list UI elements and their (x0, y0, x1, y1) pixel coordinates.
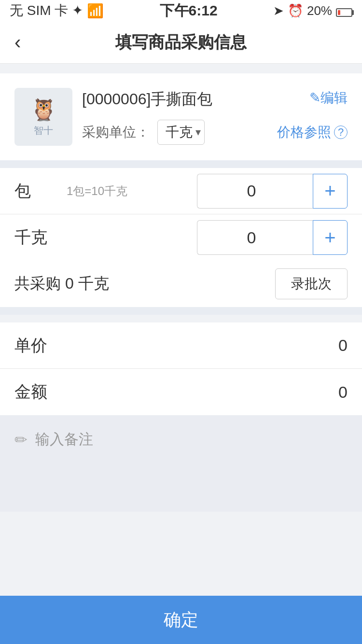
price-row-label-amount: 金额 (14, 381, 47, 403)
form-sublabel-bao: 1包=10千克 (67, 183, 127, 199)
status-left: 无 SIM 卡 ✦ 📶 (10, 1, 104, 20)
divider-2 (0, 307, 362, 315)
pencil-icon: ✏ (14, 431, 28, 449)
product-info: [0000006]手撕面包 ✎编辑 采购单位： 千克 价格参照 ? (82, 89, 348, 145)
help-icon[interactable]: ? (334, 126, 348, 139)
battery-percent: 20% (307, 3, 332, 18)
unit-select[interactable]: 千克 (157, 120, 205, 145)
notes-section[interactable]: ✏ 输入备注 (0, 415, 362, 512)
unit-label: 采购单位： (82, 123, 150, 141)
status-time: 下午6:12 (160, 1, 218, 21)
price-row-unit: 单价 0 (0, 322, 362, 369)
total-prefix: 共采购 (14, 275, 61, 292)
nav-bar: ‹ 填写商品采购信息 (0, 21, 362, 64)
status-right: ➤ ⏰ 20% (273, 3, 352, 18)
wifi-icon: 📶 (87, 3, 104, 19)
product-image: 🦉 智十 (14, 88, 72, 146)
product-logo-text: 智十 (34, 124, 53, 137)
total-amount: 0 (65, 275, 74, 292)
product-card: 🦉 智十 [0000006]手撕面包 ✎编辑 采购单位： 千克 价格参照 ? (0, 73, 362, 160)
product-unit-row: 采购单位： 千克 价格参照 ? (82, 120, 348, 145)
form-label-kg: 千克 (14, 226, 63, 249)
notes-placeholder-text: 输入备注 (35, 430, 93, 449)
form-label-bao: 包 (14, 180, 63, 202)
location-icon: ➤ (273, 3, 284, 18)
form-plus-btn-bao[interactable]: + (313, 174, 348, 209)
price-row-value-amount: 0 (338, 383, 348, 402)
price-row-amount: 金额 0 (0, 369, 362, 415)
status-bar: 无 SIM 卡 ✦ 📶 下午6:12 ➤ ⏰ 20% (0, 0, 362, 21)
notes-placeholder: ✏ 输入备注 (14, 430, 348, 449)
sim-label: 无 SIM 卡 ✦ (10, 1, 83, 20)
form-input-bao[interactable] (197, 174, 313, 209)
total-row: 共采购 0 千克 录批次 (0, 261, 362, 307)
bottom-spacer (0, 512, 362, 560)
form-plus-btn-kg[interactable]: + (313, 220, 348, 255)
price-ref-button[interactable]: 价格参照 ? (277, 123, 348, 141)
back-button[interactable]: ‹ (10, 27, 26, 58)
battery-icon (336, 3, 352, 18)
form-input-kg[interactable] (197, 220, 313, 255)
price-ref-label: 价格参照 (277, 123, 331, 141)
form-input-wrapper-kg: + (197, 220, 348, 255)
unit-select-wrapper[interactable]: 千克 (157, 120, 205, 145)
confirm-button[interactable]: 确定 (0, 596, 362, 644)
product-name: [0000006]手撕面包 (82, 89, 212, 110)
total-label: 共采购 0 千克 (14, 273, 109, 294)
alarm-icon: ⏰ (288, 3, 303, 18)
divider-1 (0, 160, 362, 168)
price-section: 单价 0 金额 0 (0, 322, 362, 415)
page-title: 填写商品采购信息 (115, 31, 247, 54)
form-section: 包 1包=10千克 + 千克 + (0, 168, 362, 261)
batch-button[interactable]: 录批次 (275, 268, 348, 299)
form-row-kg: 千克 + (0, 214, 362, 261)
total-unit: 千克 (78, 275, 109, 292)
price-row-value-unit: 0 (338, 336, 348, 355)
form-row-bao: 包 1包=10千克 + (0, 168, 362, 214)
product-logo-icon: 🦉 (30, 97, 57, 122)
edit-button[interactable]: ✎编辑 (309, 89, 348, 107)
price-row-label-unit: 单价 (14, 335, 47, 357)
form-input-wrapper-bao: + (197, 174, 348, 209)
